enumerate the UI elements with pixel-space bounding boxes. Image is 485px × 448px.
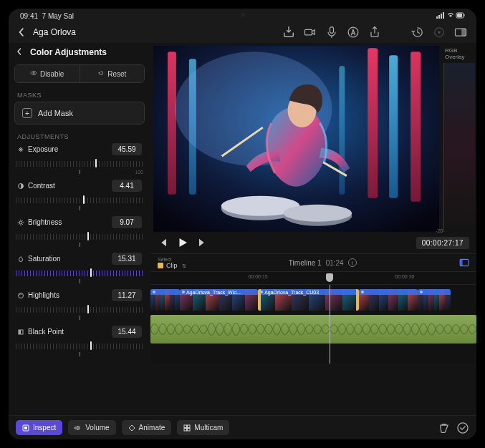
svg-point-31 bbox=[284, 205, 352, 222]
adjustment-label: Exposure bbox=[28, 145, 58, 153]
brightness-icon bbox=[17, 219, 24, 226]
next-frame-button[interactable] bbox=[196, 237, 208, 248]
clip-trim-handle-left[interactable] bbox=[258, 289, 261, 311]
adjustments-section-label: ADJUSTMENTS bbox=[9, 130, 150, 142]
scopes-panel: RGB Overlay -20 bbox=[442, 43, 476, 232]
settings-dial-icon[interactable] bbox=[432, 25, 446, 39]
highlights-icon bbox=[17, 292, 24, 299]
svg-point-16 bbox=[19, 221, 22, 224]
adjustment-value[interactable]: 15.44 bbox=[112, 326, 142, 338]
bottom-toolbar: Inspect Volume Animate Multicam bbox=[9, 415, 476, 439]
timecode-display[interactable]: 00:00:27:17 bbox=[416, 237, 469, 249]
chevron-updown-icon: ⇅ bbox=[182, 263, 186, 268]
svg-rect-2 bbox=[441, 14, 442, 19]
play-button[interactable] bbox=[176, 236, 189, 249]
confirm-button[interactable] bbox=[456, 422, 469, 434]
adjustment-value[interactable]: 9.07 bbox=[112, 216, 142, 228]
text-tool-icon[interactable] bbox=[346, 25, 360, 39]
disable-button[interactable]: Disable bbox=[15, 65, 80, 82]
adjustment-value[interactable]: 15.31 bbox=[112, 253, 142, 265]
camera-icon[interactable] bbox=[303, 25, 317, 39]
video-clip[interactable]: AgaOrlova_Track_Wid... bbox=[180, 289, 258, 311]
select-mode-picker[interactable]: Clip⇅ bbox=[158, 263, 186, 269]
panel-title: Color Adjustments bbox=[30, 47, 107, 57]
audio-clip[interactable] bbox=[150, 315, 476, 344]
audio-track bbox=[150, 315, 476, 344]
panel-back-button[interactable] bbox=[16, 47, 23, 57]
reset-button[interactable]: Reset bbox=[80, 65, 145, 82]
scope-axis-label: -20 bbox=[436, 228, 443, 233]
adjustment-label: Contrast bbox=[28, 182, 55, 190]
playhead-line[interactable] bbox=[330, 285, 330, 364]
volume-tab[interactable]: Volume bbox=[68, 420, 115, 435]
eye-icon bbox=[30, 69, 37, 78]
svg-rect-39 bbox=[184, 425, 187, 428]
svg-rect-40 bbox=[188, 425, 191, 428]
adjustment-value[interactable]: 11.27 bbox=[112, 289, 142, 301]
adjustment-value[interactable]: 4.41 bbox=[112, 180, 142, 192]
adjustment-label: Black Point bbox=[28, 328, 64, 336]
adjustment-slider[interactable] bbox=[14, 341, 145, 356]
voiceover-icon[interactable] bbox=[325, 25, 339, 39]
multicam-tab[interactable]: Multicam bbox=[177, 420, 229, 435]
masks-section-label: MASKS bbox=[9, 89, 150, 100]
ruler-tick: 00:00:15 bbox=[249, 274, 268, 279]
status-bar: 09:41 7 May Sal bbox=[9, 9, 476, 21]
timeline-ruler[interactable]: 00:00:1500:00:30 bbox=[150, 272, 476, 285]
svg-rect-21 bbox=[168, 52, 176, 195]
adjustment-label: Saturation bbox=[28, 255, 61, 263]
svg-rect-1 bbox=[438, 15, 440, 19]
timeline-tracks[interactable]: AgaOrlova_Track_Wid...AgaOrlova_Track_CU… bbox=[150, 285, 476, 364]
adjustment-slider[interactable] bbox=[14, 195, 145, 210]
video-clip[interactable] bbox=[359, 289, 418, 311]
display-options-icon[interactable] bbox=[453, 25, 468, 39]
adjustment-slider[interactable] bbox=[14, 231, 145, 247]
playhead-handle[interactable] bbox=[326, 273, 333, 282]
rgb-overlay-scope[interactable]: -20 bbox=[443, 63, 475, 232]
svg-rect-5 bbox=[457, 14, 462, 17]
svg-rect-3 bbox=[443, 12, 444, 19]
timeline-index-button[interactable] bbox=[459, 258, 469, 268]
trash-button[interactable] bbox=[438, 422, 451, 434]
inspect-tab[interactable]: Inspect bbox=[16, 420, 62, 435]
multicam-icon bbox=[183, 424, 191, 432]
timeline-info-button[interactable]: i bbox=[348, 258, 357, 267]
adjustment-slider[interactable]: 100 bbox=[14, 158, 145, 174]
adjustment-saturation: Saturation15.31 bbox=[14, 251, 145, 283]
svg-rect-0 bbox=[436, 16, 438, 19]
video-clip[interactable]: AgaOrlova_Track_CU03 bbox=[258, 289, 359, 311]
svg-rect-25 bbox=[410, 52, 421, 201]
animate-tab[interactable]: Animate bbox=[122, 420, 172, 435]
adjustment-value[interactable]: 45.59 bbox=[112, 143, 142, 155]
import-icon[interactable] bbox=[282, 25, 296, 39]
add-mask-button[interactable]: + Add Mask bbox=[14, 102, 145, 125]
app-header: Aga Orlova bbox=[9, 21, 476, 43]
adjustment-highlights: Highlights11.27 bbox=[14, 288, 145, 320]
prev-frame-button[interactable] bbox=[158, 237, 169, 248]
svg-rect-24 bbox=[389, 55, 398, 198]
svg-point-14 bbox=[33, 72, 34, 74]
svg-point-43 bbox=[458, 422, 468, 432]
device-frame: 09:41 7 May Sal Aga Orlova Color Adjustm… bbox=[0, 0, 485, 448]
adjustment-brightness: Brightness9.07 bbox=[14, 215, 145, 247]
back-button[interactable] bbox=[17, 28, 26, 36]
video-clip[interactable] bbox=[150, 289, 180, 311]
history-icon[interactable] bbox=[410, 25, 425, 39]
video-track: AgaOrlova_Track_Wid...AgaOrlova_Track_CU… bbox=[150, 289, 476, 311]
svg-rect-42 bbox=[188, 428, 191, 431]
preview-viewer[interactable] bbox=[153, 46, 439, 232]
project-title: Aga Orlova bbox=[33, 27, 76, 37]
saturation-icon bbox=[17, 255, 24, 263]
clip-swatch-icon bbox=[158, 263, 163, 268]
adjustment-slider[interactable] bbox=[14, 268, 145, 283]
front-camera-dot bbox=[241, 13, 245, 17]
share-icon[interactable] bbox=[368, 25, 382, 39]
adjustment-label: Highlights bbox=[28, 291, 59, 299]
adjustment-slider[interactable] bbox=[14, 304, 145, 320]
plus-icon: + bbox=[22, 108, 32, 118]
adjustment-exposure: Exposure45.59100 bbox=[14, 142, 145, 174]
scope-title: RGB Overlay bbox=[443, 47, 475, 60]
reset-icon bbox=[97, 69, 105, 78]
video-clip[interactable] bbox=[418, 289, 451, 311]
svg-rect-8 bbox=[330, 27, 334, 34]
